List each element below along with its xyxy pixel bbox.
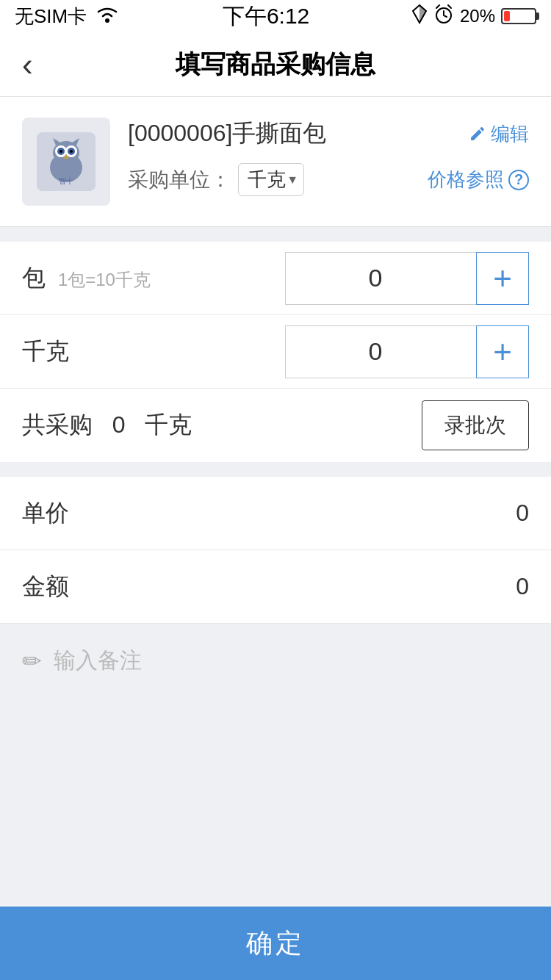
input-section: 包 1包=10千克 + 千克 + — [0, 242, 551, 389]
battery-text: 20% — [460, 6, 495, 26]
price-ref-button[interactable]: 价格参照 ? — [428, 167, 529, 192]
bag-label: 包 1包=10千克 — [22, 262, 151, 295]
amount-label: 金额 — [22, 571, 69, 603]
price-ref-hint-text: ? — [514, 171, 523, 188]
notes-placeholder: 输入备注 — [54, 646, 142, 676]
bag-plus-button[interactable]: + — [476, 252, 529, 305]
section-divider-2 — [0, 462, 551, 477]
edit-label: 编辑 — [491, 121, 529, 147]
status-left: 无SIM卡 — [15, 4, 120, 29]
unit-label-text: 采购单位： — [128, 166, 231, 194]
kg-input-row: 千克 + — [0, 315, 551, 389]
summary-quantity: 0 — [112, 411, 126, 438]
content-area: 智十 [0000006]手撕面包 编辑 采购单位： 千克 — [0, 97, 551, 977]
battery-icon — [501, 8, 536, 24]
svg-point-10 — [70, 150, 73, 153]
amount-value: 0 — [516, 573, 529, 600]
summary-row: 共采购 0 千克 录批次 — [0, 389, 551, 462]
product-name: [0000006]手撕面包 — [128, 118, 326, 150]
unit-select-wrap[interactable]: 千克 — [238, 163, 304, 196]
bag-sublabel: 1包=10千克 — [58, 270, 151, 289]
unit-price-label: 单价 — [22, 497, 69, 530]
product-info: [0000006]手撕面包 编辑 采购单位： 千克 价格参照 — [128, 118, 529, 196]
bag-label-text: 包 — [22, 264, 46, 291]
svg-point-9 — [60, 150, 62, 153]
status-right: 20% — [411, 4, 536, 29]
edit-icon — [469, 125, 486, 143]
summary-text: 共采购 0 千克 — [22, 409, 192, 442]
empty-area — [0, 698, 551, 904]
notes-icon: ✏ — [22, 647, 42, 675]
edit-button[interactable]: 编辑 — [469, 121, 529, 147]
section-divider-1 — [0, 227, 551, 242]
batch-button[interactable]: 录批次 — [422, 400, 529, 450]
status-bar: 无SIM卡 下午6:12 20% — [0, 0, 551, 32]
price-section: 单价 0 金额 0 — [0, 477, 551, 624]
product-meta: 采购单位： 千克 价格参照 ? — [128, 163, 529, 196]
status-time: 下午6:12 — [223, 1, 309, 32]
nav-bar: ‹ 填写商品采购信息 — [0, 32, 551, 97]
unit-price-value: 0 — [516, 500, 529, 527]
summary-unit: 千克 — [145, 411, 192, 438]
product-header: [0000006]手撕面包 编辑 — [128, 118, 529, 150]
product-logo: 智十 — [37, 132, 96, 191]
alarm-icon — [433, 4, 454, 29]
product-image: 智十 — [22, 118, 110, 206]
back-button[interactable]: ‹ — [22, 48, 66, 81]
bag-input-row: 包 1包=10千克 + — [0, 242, 551, 315]
page-title: 填写商品采购信息 — [176, 48, 375, 82]
confirm-button[interactable]: 确定 — [0, 907, 551, 980]
product-card: 智十 [0000006]手撕面包 编辑 采购单位： 千克 — [0, 97, 551, 227]
kg-input-right: + — [285, 325, 529, 378]
price-ref-hint-icon: ? — [508, 170, 529, 190]
carrier-text: 无SIM卡 — [15, 4, 87, 29]
svg-text:智十: 智十 — [59, 177, 73, 185]
unit-label-wrap: 采购单位： 千克 — [128, 163, 304, 196]
location-icon — [411, 4, 428, 29]
unit-price-row: 单价 0 — [0, 477, 551, 550]
amount-row: 金额 0 — [0, 550, 551, 624]
summary-prefix: 共采购 — [22, 411, 93, 438]
bag-quantity-input[interactable] — [285, 252, 476, 305]
wifi-icon — [94, 4, 120, 29]
notes-section[interactable]: ✏ 输入备注 — [0, 624, 551, 698]
kg-quantity-input[interactable] — [285, 325, 476, 378]
kg-label: 千克 — [22, 336, 125, 368]
svg-point-0 — [105, 18, 109, 23]
price-ref-label: 价格参照 — [428, 167, 504, 192]
kg-plus-button[interactable]: + — [476, 325, 529, 378]
bag-input-right: + — [285, 252, 529, 305]
unit-select[interactable]: 千克 — [238, 163, 304, 196]
